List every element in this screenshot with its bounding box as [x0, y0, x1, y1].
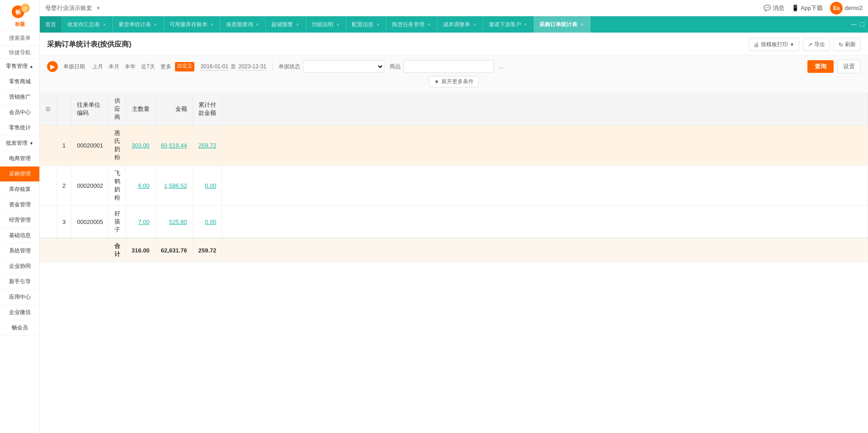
date-range: 2016-01-01 至 2023-12-31 [200, 63, 267, 71]
row-quantity[interactable]: 6.00 [126, 166, 156, 206]
sidebar-item-marketing[interactable]: 营销推广 [0, 90, 39, 105]
sidebar-item-retail-stats[interactable]: 零售统计 [0, 120, 39, 136]
tab-close-pick-task[interactable]: × [426, 22, 432, 28]
app-download-btn[interactable]: 📱 App下载 [792, 4, 823, 12]
tab-close-stock-ledger[interactable]: × [209, 22, 215, 28]
row-code: 00020005 [71, 206, 109, 238]
shortcut-this-month[interactable]: 本月 [107, 62, 121, 71]
tab-expiry-query[interactable]: 保质期查询 × [221, 16, 266, 33]
tab-purchase-summary[interactable]: 采购订单统计表 × [534, 16, 590, 33]
tab-minimize-icon[interactable]: ─ [851, 20, 856, 29]
sidebar-item-enterprise-wechat[interactable]: 企业微信 [0, 305, 39, 320]
tab-invite-customer[interactable]: 邀请下游客户 × [483, 16, 534, 33]
status-select[interactable] [303, 60, 384, 73]
tab-bar-end: ─ □ [848, 16, 868, 33]
shortcut-last-month[interactable]: 上月 [90, 62, 105, 71]
tab-cost-adjust[interactable]: 成本调整单 × [438, 16, 483, 33]
filter-separator-1 [273, 62, 273, 71]
footer-label: 合计 [109, 238, 126, 262]
tab-receive-summary[interactable]: 收发存汇总表 × [62, 16, 113, 33]
status-filter-field: 单据状态 [278, 60, 384, 73]
row-empty [222, 166, 868, 206]
row-quantity[interactable]: 7.00 [126, 206, 156, 238]
tab-cost-adjust-label: 成本调整单 [443, 21, 470, 29]
column-settings-icon[interactable]: ⚙ [45, 105, 51, 113]
row-amount[interactable]: 60,519.44 [155, 125, 193, 166]
tab-close-invite-customer[interactable]: × [523, 22, 528, 28]
shortcut-7days[interactable]: 近7天 [139, 62, 157, 71]
date-filter-label: 单据日期 [63, 63, 85, 71]
expand-filter-button[interactable]: ▼ 展开更多条件 [429, 76, 479, 87]
th-settings: ⚙ [40, 93, 57, 125]
app-download-label: App下载 [801, 4, 823, 12]
sidebar-item-operations[interactable]: 经营管理 [0, 213, 39, 228]
footer-empty [222, 238, 868, 262]
page-content: 采购订单统计表(按供应商) 🖨 按模板打印 ▼ ↗ 导出 ↻ 刷新 [40, 33, 868, 433]
row-paid[interactable]: 0.00 [193, 166, 222, 206]
sidebar-item-wholesale-mgmt[interactable]: 批发管理 [0, 136, 39, 151]
sidebar-item-member-center[interactable]: 会员中心 [0, 105, 39, 120]
row-quantity[interactable]: 303.00 [126, 125, 156, 166]
sidebar-item-enterprise-collab[interactable]: 企业协同 [0, 259, 39, 274]
tab-home[interactable]: 首页 [40, 16, 62, 33]
table-row: 2 00020002 飞鹤奶粉 6.00 1,586.52 0.00 [40, 166, 868, 206]
goods-more-button[interactable]: ... [496, 62, 506, 71]
tab-close-overstock-alert[interactable]: × [295, 22, 300, 28]
sidebar-item-quick-nav[interactable]: 快捷导航 [0, 46, 39, 59]
goods-input[interactable] [403, 60, 494, 73]
row-amount[interactable]: 1,586.52 [155, 166, 193, 206]
query-button[interactable]: 查询 [807, 60, 834, 73]
tab-close-receive-summary[interactable]: × [102, 22, 107, 28]
sidebar-item-search[interactable]: 搜索菜单 [0, 31, 39, 46]
shortcut-this-year[interactable]: 本年 [123, 62, 137, 71]
sidebar-item-new-guide[interactable]: 新手引导 [0, 274, 39, 290]
message-btn[interactable]: 💬 消息 [764, 4, 784, 12]
filter-toggle-button[interactable]: ▶ [47, 61, 58, 72]
svg-text:畅: 畅 [15, 9, 21, 15]
date-to[interactable]: 2023-12-31 [238, 63, 267, 71]
goods-filter-field: 商品 ... [390, 60, 506, 73]
export-button[interactable]: ↗ 导出 [803, 38, 830, 51]
tab-close-order-summary[interactable]: × [153, 22, 158, 28]
tab-pick-task[interactable]: 拣货任务管理 × [387, 16, 438, 33]
tab-close-config-info[interactable]: × [375, 22, 381, 28]
tab-stock-ledger[interactable]: 可用量库存账本 × [164, 16, 221, 33]
tab-maximize-icon[interactable]: □ [860, 20, 864, 29]
sidebar-item-retail-mall[interactable]: 零售商城 [0, 74, 39, 90]
row-paid[interactable]: 0.00 [193, 206, 222, 238]
tab-close-function-desc[interactable]: × [335, 22, 340, 28]
tab-close-purchase-summary[interactable]: × [579, 22, 585, 28]
settings-button[interactable]: 设置 [837, 60, 861, 73]
row-paid[interactable]: 259.72 [193, 125, 222, 166]
export-icon: ↗ [808, 42, 812, 48]
sidebar-item-purchase-mgmt[interactable]: 采购管理 [0, 167, 39, 182]
sidebar-item-ecommerce[interactable]: 电商管理 [0, 151, 39, 167]
tab-order-summary[interactable]: 要货单统计表 × [113, 16, 164, 33]
industry-selector[interactable]: 母婴行业演示账套 ▼ [45, 4, 101, 12]
footer-index [57, 238, 71, 262]
page-actions: 🖨 按模板打印 ▼ ↗ 导出 ↻ 刷新 [749, 38, 861, 51]
tab-overstock-alert[interactable]: 超储预警 × [266, 16, 306, 33]
sidebar-item-app-center[interactable]: 应用中心 [0, 290, 39, 305]
row-amount[interactable]: 525.80 [155, 206, 193, 238]
sidebar-item-finance[interactable]: 资金管理 [0, 197, 39, 213]
tab-close-expiry-query[interactable]: × [255, 22, 260, 28]
sidebar-item-retail-mgmt[interactable]: 零售管理 [0, 59, 39, 74]
top-bar-actions: 💬 消息 📱 App下载 Ea demo2 [764, 2, 863, 14]
industry-dropdown-icon[interactable]: ▼ [96, 5, 101, 11]
tab-config-info[interactable]: 配置信息 × [346, 16, 387, 33]
sidebar-item-basic-info[interactable]: 基础信息 [0, 228, 39, 243]
sidebar-item-inventory[interactable]: 库存核算 [0, 182, 39, 197]
date-from[interactable]: 2016-01-01 [200, 63, 229, 71]
date-separator: 至 [231, 63, 236, 70]
sidebar-item-system-mgmt[interactable]: 系统管理 [0, 243, 39, 259]
user-profile[interactable]: Ea demo2 [830, 2, 863, 14]
print-dropdown-icon[interactable]: ▼ [790, 42, 794, 47]
custom-date-badge[interactable]: 自定义 [175, 62, 194, 71]
tab-function-desc[interactable]: 功能说明 × [306, 16, 346, 33]
print-button[interactable]: 🖨 按模板打印 ▼ [749, 38, 799, 51]
tab-close-cost-adjust[interactable]: × [472, 22, 477, 28]
refresh-button[interactable]: ↻ 刷新 [834, 38, 861, 51]
sidebar-item-vip[interactable]: 畅会员 [0, 320, 39, 336]
shortcut-more[interactable]: 更多 [159, 62, 173, 71]
